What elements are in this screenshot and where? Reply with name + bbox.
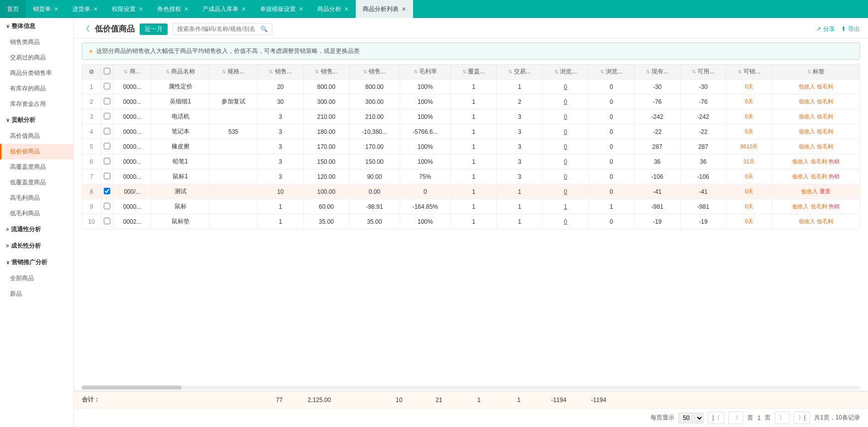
- th-tags[interactable]: ⇅ 标签: [772, 64, 860, 79]
- cell-views1[interactable]: 0: [543, 154, 589, 169]
- sidebar-item-traded-goods[interactable]: 交易过的商品: [0, 50, 73, 65]
- th-coverage[interactable]: ⇅ 覆盖...: [450, 64, 496, 79]
- sidebar-item-high-margin[interactable]: 高毛利商品: [0, 190, 73, 206]
- row-checkbox[interactable]: [104, 203, 110, 209]
- nav-purchase-order[interactable]: 进货单 ✕: [65, 0, 105, 18]
- views-link[interactable]: 1: [564, 203, 567, 210]
- th-views2[interactable]: ⇅ 浏览...: [589, 64, 635, 79]
- row-checkbox[interactable]: [104, 128, 110, 134]
- cell-checkbox[interactable]: [101, 169, 113, 184]
- th-sales-profit[interactable]: ⇅ 销售...: [349, 64, 400, 79]
- cell-checkbox[interactable]: [101, 184, 113, 199]
- th-gear[interactable]: ⚙: [82, 64, 101, 79]
- cell-views1[interactable]: 0: [543, 94, 589, 109]
- sidebar-item-new-goods[interactable]: 新品: [0, 286, 73, 302]
- close-icon[interactable]: ✕: [344, 6, 349, 12]
- th-views1[interactable]: ⇅ 浏览...: [543, 64, 589, 79]
- row-checkbox[interactable]: [104, 113, 110, 119]
- row-checkbox[interactable]: [104, 143, 110, 149]
- search-icon[interactable]: 🔍: [260, 25, 268, 32]
- sidebar-group-circulation[interactable]: > 流通性分析: [0, 221, 73, 238]
- cell-views1[interactable]: 0: [543, 214, 589, 229]
- nav-home[interactable]: 首页: [0, 0, 26, 18]
- sidebar-item-stock-goods[interactable]: 有库存的商品: [0, 81, 73, 96]
- nav-sales-order[interactable]: 销货单 ✕: [26, 0, 65, 18]
- close-icon[interactable]: ✕: [54, 6, 58, 12]
- th-spec[interactable]: ⇅ 规格...: [210, 64, 258, 79]
- cell-checkbox[interactable]: [101, 124, 113, 139]
- sidebar-item-category-sales[interactable]: 商品分类销售率: [0, 65, 73, 81]
- cell-checkbox[interactable]: [101, 154, 113, 169]
- cell-views1[interactable]: 0: [543, 109, 589, 124]
- sidebar-group-overall[interactable]: ∨ 整体信息: [0, 18, 73, 34]
- row-checkbox[interactable]: [104, 158, 110, 164]
- search-input[interactable]: [177, 25, 260, 32]
- row-checkbox[interactable]: [104, 173, 110, 179]
- close-icon[interactable]: ✕: [139, 6, 143, 12]
- sidebar-item-low-margin[interactable]: 低毛利商品: [0, 206, 73, 221]
- th-sales-qty[interactable]: ⇅ 销售...: [257, 64, 303, 79]
- views-link[interactable]: 0: [564, 98, 567, 105]
- cell-views1[interactable]: 0: [543, 79, 589, 94]
- th-available-stock[interactable]: ⇅ 可用...: [680, 64, 726, 79]
- nav-product-analysis[interactable]: 商品分析 ✕: [310, 0, 356, 18]
- th-name[interactable]: ⇅ 商品名称: [152, 64, 210, 79]
- views-link[interactable]: 0: [564, 173, 567, 180]
- close-icon[interactable]: ✕: [93, 6, 98, 12]
- row-checkbox[interactable]: [104, 218, 110, 224]
- views-link[interactable]: 0: [564, 158, 567, 165]
- cell-views1[interactable]: 0: [543, 184, 589, 199]
- close-icon[interactable]: ✕: [184, 6, 189, 12]
- page-size-select[interactable]: 50 100: [678, 413, 704, 424]
- row-checkbox[interactable]: [104, 83, 110, 89]
- sidebar-group-growth[interactable]: > 成长性分析: [0, 238, 73, 254]
- share-button[interactable]: ↗ 分享: [816, 25, 835, 33]
- views-link[interactable]: 0: [564, 83, 567, 90]
- scrollbar-area[interactable]: [82, 386, 860, 390]
- nav-product-in[interactable]: 产成品入库单 ✕: [196, 0, 253, 18]
- cell-checkbox[interactable]: [101, 199, 113, 214]
- nav-product-analysis-list[interactable]: 商品分析列表 ✕: [356, 0, 413, 18]
- th-code[interactable]: ⇅ 商...: [113, 64, 151, 79]
- collapse-button[interactable]: 《: [82, 24, 90, 34]
- sidebar-group-marketing[interactable]: ∨ 营销推广分析: [0, 254, 73, 271]
- cell-checkbox[interactable]: [101, 214, 113, 229]
- sidebar-item-high-value[interactable]: 高价值商品: [0, 128, 73, 144]
- views-link[interactable]: 0: [564, 188, 567, 195]
- select-all-checkbox[interactable]: [104, 68, 110, 74]
- th-checkbox[interactable]: [101, 64, 113, 79]
- sidebar-item-sales-goods[interactable]: 销售类商品: [0, 34, 73, 50]
- th-sales-amt[interactable]: ⇅ 销售...: [303, 64, 349, 79]
- sidebar-item-high-coverage[interactable]: 高覆盖度商品: [0, 159, 73, 175]
- sidebar-item-stock-capital[interactable]: 库存资金占用: [0, 96, 73, 112]
- close-icon[interactable]: ✕: [241, 6, 246, 12]
- row-checkbox[interactable]: [104, 98, 110, 104]
- views-link[interactable]: 0: [564, 113, 567, 120]
- th-trade[interactable]: ⇅ 交易...: [497, 64, 543, 79]
- sidebar-item-low-coverage[interactable]: 低覆盖度商品: [0, 175, 73, 190]
- cell-views1[interactable]: 1: [543, 199, 589, 214]
- th-current-stock[interactable]: ⇅ 现有...: [635, 64, 680, 79]
- cell-checkbox[interactable]: [101, 79, 113, 94]
- first-page-button[interactable]: |〈: [708, 412, 724, 424]
- cell-views1[interactable]: 0: [543, 139, 589, 154]
- cell-views1[interactable]: 0: [543, 124, 589, 139]
- sidebar-item-all-goods[interactable]: 全部商品: [0, 271, 73, 286]
- prev-page-button[interactable]: 〈: [728, 412, 743, 424]
- sidebar-item-low-value[interactable]: 低价值商品: [0, 144, 73, 159]
- th-margin[interactable]: ⇅ 毛利率: [400, 64, 450, 79]
- views-link[interactable]: 0: [564, 128, 567, 135]
- cell-views1[interactable]: 0: [543, 169, 589, 184]
- nav-template[interactable]: 单据模板设置 ✕: [253, 0, 310, 18]
- sidebar-group-contribution[interactable]: ∨ 贡献分析: [0, 112, 73, 128]
- views-link[interactable]: 0: [564, 143, 567, 150]
- cell-checkbox[interactable]: [101, 94, 113, 109]
- nav-permission[interactable]: 权限设置 ✕: [105, 0, 150, 18]
- cell-checkbox[interactable]: [101, 109, 113, 124]
- export-button[interactable]: ⬆ 导出: [841, 25, 860, 33]
- close-icon[interactable]: ✕: [402, 6, 406, 12]
- scrollbar-thumb[interactable]: [82, 386, 182, 390]
- th-sellable[interactable]: ⇅ 可销...: [726, 64, 772, 79]
- views-link[interactable]: 0: [564, 218, 567, 225]
- last-page-button[interactable]: 〉|: [794, 412, 810, 424]
